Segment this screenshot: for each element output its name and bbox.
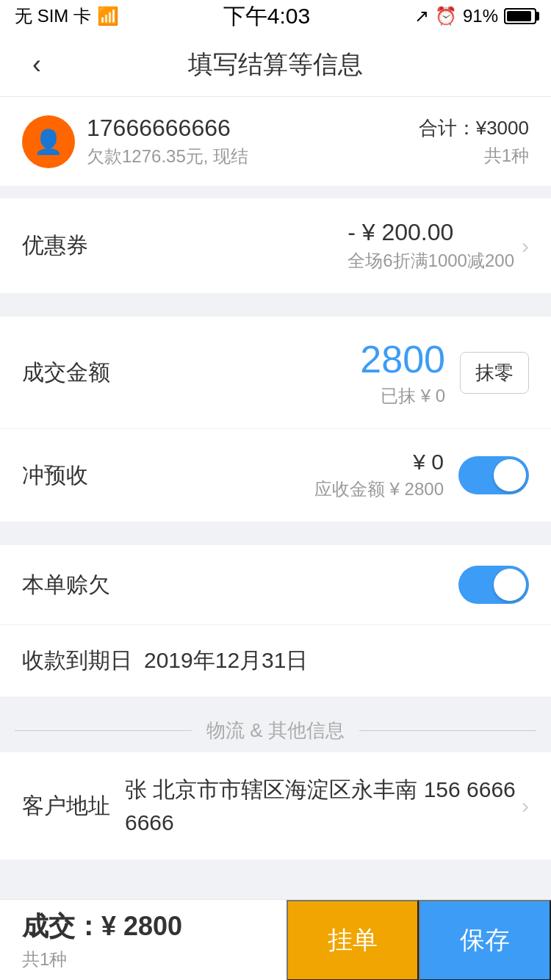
writeoff-row: 本单赊欠 — [0, 545, 551, 624]
bottom-deal-prefix: 成交： — [22, 911, 101, 941]
coupon-row[interactable]: 优惠券 - ¥ 200.00 全场6折满1000减200 › — [0, 198, 551, 293]
amount-section: 成交金额 2800 已抹 ¥ 0 抹零 冲预收 ¥ 0 应收金额 ¥ 2800 — [0, 317, 551, 522]
bottom-bar: 成交：¥ 2800 共1种 挂单 保存 — [0, 899, 551, 980]
back-button[interactable]: ‹ — [15, 43, 59, 87]
section-divider-2 — [0, 522, 551, 533]
total-label: 合计：¥3000 — [419, 115, 529, 141]
customer-debt: 欠款1276.35元, 现结 — [87, 145, 248, 168]
status-left: 无 SIM 卡 📶 — [15, 4, 119, 28]
writeoff-toggle[interactable] — [458, 566, 529, 604]
prepaid-value-col: ¥ 0 应收金额 ¥ 2800 — [314, 450, 444, 501]
logistics-label: 物流 & 其他信息 — [206, 718, 345, 743]
customer-right: 合计：¥3000 共1种 — [419, 115, 529, 167]
writeoff-label: 本单赊欠 — [22, 570, 110, 600]
carrier-label: 无 SIM 卡 — [15, 4, 91, 28]
bottom-deal-amount: ¥ 2800 — [101, 911, 182, 941]
bottom-deal-label: 成交：¥ 2800 — [22, 909, 264, 945]
prepaid-toggle[interactable] — [458, 456, 529, 494]
hold-button[interactable]: 挂单 — [287, 900, 419, 981]
nav-bar: ‹ 填写结算等信息 — [0, 32, 551, 97]
wifi-icon: 📶 — [97, 6, 119, 26]
status-bar: 无 SIM 卡 📶 下午4:03 ↗ ⏰ 91% — [0, 0, 551, 32]
address-row[interactable]: 客户地址 张 北京市市辖区海淀区永丰南 156 6666 6666 › — [0, 752, 551, 860]
bottom-summary: 成交：¥ 2800 共1种 — [0, 909, 287, 971]
bottom-count: 共1种 — [22, 948, 264, 971]
amount-value-col: 2800 已抹 ¥ 0 — [360, 337, 445, 408]
amount-value: 2800 — [360, 337, 445, 381]
customer-row: 👤 17666666666 欠款1276.35元, 现结 合计：¥3000 共1… — [0, 97, 551, 187]
duedate-row: 收款到期日 2019年12月31日 — [0, 624, 551, 696]
round-button[interactable]: 抹零 — [460, 352, 529, 394]
total-count: 共1种 — [419, 144, 529, 167]
customer-left: 👤 17666666666 欠款1276.35元, 现结 — [22, 115, 248, 168]
chevron-right-icon: › — [522, 234, 529, 259]
customer-phone: 17666666666 — [87, 115, 248, 142]
coupon-label: 优惠券 — [22, 231, 88, 261]
avatar: 👤 — [22, 115, 75, 168]
coupon-desc: 全场6折满1000减200 — [347, 249, 514, 273]
prepaid-label: 冲预收 — [22, 461, 88, 491]
coupon-right: - ¥ 200.00 全场6折满1000减200 › — [347, 219, 529, 273]
customer-card: 👤 17666666666 欠款1276.35元, 现结 合计：¥3000 共1… — [0, 97, 551, 187]
status-right: ↗ ⏰ 91% — [414, 6, 536, 26]
prepaid-right: ¥ 0 应收金额 ¥ 2800 — [314, 450, 529, 501]
amount-right: 2800 已抹 ¥ 0 抹零 — [360, 337, 529, 408]
prepaid-receivable: 应收金额 ¥ 2800 — [314, 478, 444, 501]
time-label: 下午4:03 — [223, 1, 310, 32]
prepaid-row: 冲预收 ¥ 0 应收金额 ¥ 2800 — [0, 428, 551, 522]
customer-info: 17666666666 欠款1276.35元, 现结 — [87, 115, 248, 168]
page-title: 填写结算等信息 — [188, 48, 363, 82]
coupon-right-text: - ¥ 200.00 全场6折满1000减200 — [347, 219, 514, 273]
amount-row: 成交金额 2800 已抹 ¥ 0 抹零 — [0, 317, 551, 428]
battery-percent: 91% — [463, 6, 498, 26]
amount-sub: 已抹 ¥ 0 — [360, 384, 445, 408]
location-icon: ↗ — [414, 6, 429, 26]
amount-label: 成交金额 — [22, 358, 110, 388]
save-button[interactable]: 保存 — [419, 900, 551, 981]
battery-icon — [504, 8, 536, 24]
duedate-value: 2019年12月31日 — [144, 646, 308, 676]
toggle-knob — [494, 459, 526, 491]
battery-fill — [507, 11, 531, 21]
section-divider-1 — [0, 305, 551, 317]
writeoff-toggle-knob — [494, 569, 526, 601]
prepaid-amount: ¥ 0 — [314, 450, 444, 475]
address-value: 张 北京市市辖区海淀区永丰南 156 6666 6666 — [125, 773, 522, 839]
coupon-discount: - ¥ 200.00 — [347, 219, 514, 246]
duedate-label: 收款到期日 — [22, 646, 132, 676]
logistics-divider: 物流 & 其他信息 — [0, 708, 551, 752]
section-divider-3 — [0, 696, 551, 708]
address-chevron-icon: › — [522, 793, 529, 818]
alarm-icon: ⏰ — [435, 6, 457, 26]
address-label: 客户地址 — [22, 791, 110, 821]
